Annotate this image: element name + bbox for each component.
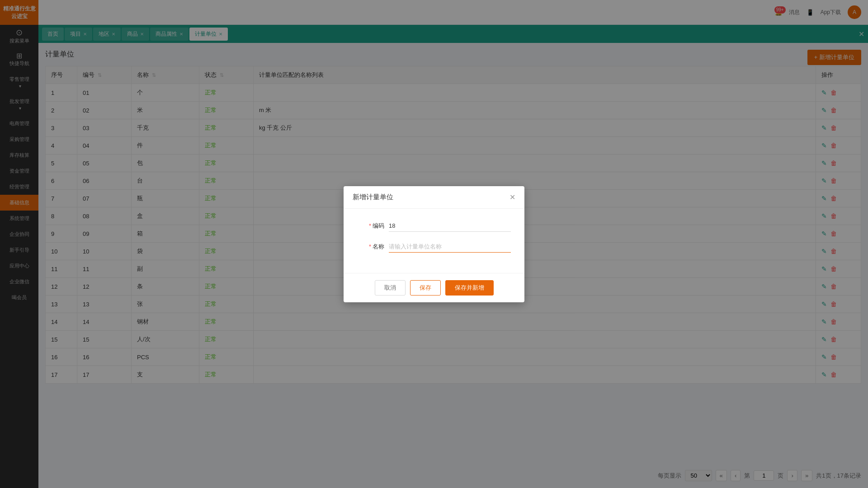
name-input[interactable] — [389, 241, 511, 253]
modal-footer: 取消 保存 保存并新增 — [344, 273, 524, 302]
modal-close-button[interactable]: ✕ — [509, 193, 515, 202]
code-input[interactable] — [389, 220, 511, 232]
save-button[interactable]: 保存 — [410, 280, 441, 296]
add-unit-modal: 新增计量单位 ✕ *编码 *名称 取消 保存 保存并新增 — [344, 186, 524, 302]
code-field-row: *编码 — [357, 220, 511, 232]
name-label: *名称 — [357, 243, 384, 251]
modal-header: 新增计量单位 ✕ — [344, 186, 524, 209]
modal-body: *编码 *名称 — [344, 209, 524, 273]
cancel-button[interactable]: 取消 — [375, 280, 406, 296]
save-and-new-button[interactable]: 保存并新增 — [445, 280, 494, 296]
code-label: *编码 — [357, 222, 384, 230]
modal-overlay: 新增计量单位 ✕ *编码 *名称 取消 保存 保存并新增 — [0, 0, 868, 488]
modal-title: 新增计量单位 — [353, 193, 393, 202]
name-field-row: *名称 — [357, 241, 511, 253]
